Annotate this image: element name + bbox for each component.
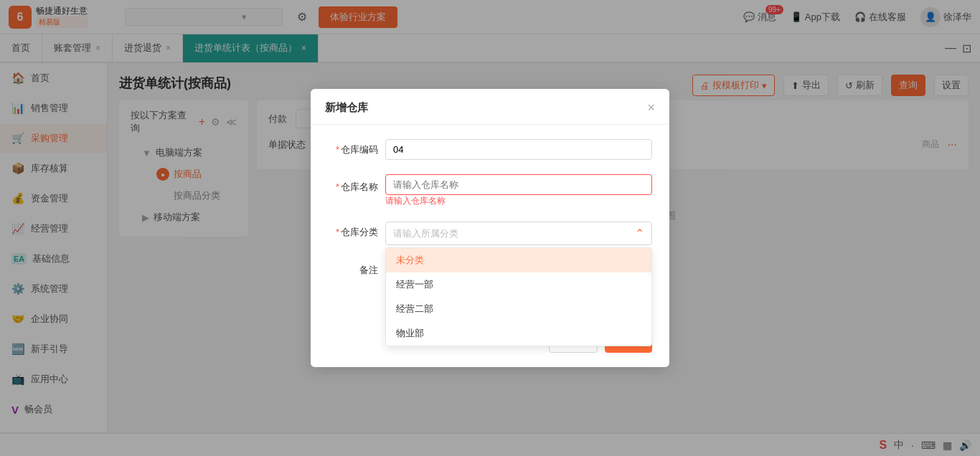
dropdown-item-property[interactable]: 物业部 [386, 321, 651, 346]
note-label: 备注 [328, 260, 385, 277]
code-input[interactable] [385, 139, 652, 160]
dropdown-item-unclassified[interactable]: 未分类 [386, 248, 651, 272]
modal-title: 新增仓库 [325, 101, 368, 115]
name-error-msg: 请输入仓库名称 [385, 195, 652, 207]
category-chevron-icon: ⌃ [635, 227, 644, 240]
modal-overlay[interactable]: 新增仓库 × 仓库编码 仓库名称 请输入仓库名称 仓库分类 [0, 0, 980, 456]
modal-close-btn[interactable]: × [647, 100, 655, 115]
dropdown-item-dept1[interactable]: 经营一部 [386, 272, 651, 297]
form-row-category: 仓库分类 请输入所属分类 ⌃ 未分类 经营一部 经营二部 物业部 [328, 222, 652, 245]
name-label: 仓库名称 [328, 176, 385, 194]
dropdown-item-dept2[interactable]: 经营二部 [386, 297, 651, 321]
category-dropdown-trigger[interactable]: 请输入所属分类 ⌃ [385, 222, 652, 245]
code-label: 仓库编码 [328, 139, 385, 156]
form-row-name: 仓库名称 请输入仓库名称 [328, 174, 652, 207]
modal-header: 新增仓库 × [311, 89, 669, 125]
form-row-code: 仓库编码 [328, 139, 652, 160]
category-placeholder: 请输入所属分类 [393, 227, 458, 240]
new-warehouse-modal: 新增仓库 × 仓库编码 仓库名称 请输入仓库名称 仓库分类 [311, 89, 669, 367]
modal-body: 仓库编码 仓库名称 请输入仓库名称 仓库分类 请输入所属分类 [311, 125, 669, 328]
category-label: 仓库分类 [328, 222, 385, 239]
category-dropdown-menu: 未分类 经营一部 经营二部 物业部 [385, 247, 652, 346]
name-input[interactable] [385, 174, 652, 195]
category-wrapper: 请输入所属分类 ⌃ 未分类 经营一部 经营二部 物业部 [385, 222, 652, 245]
